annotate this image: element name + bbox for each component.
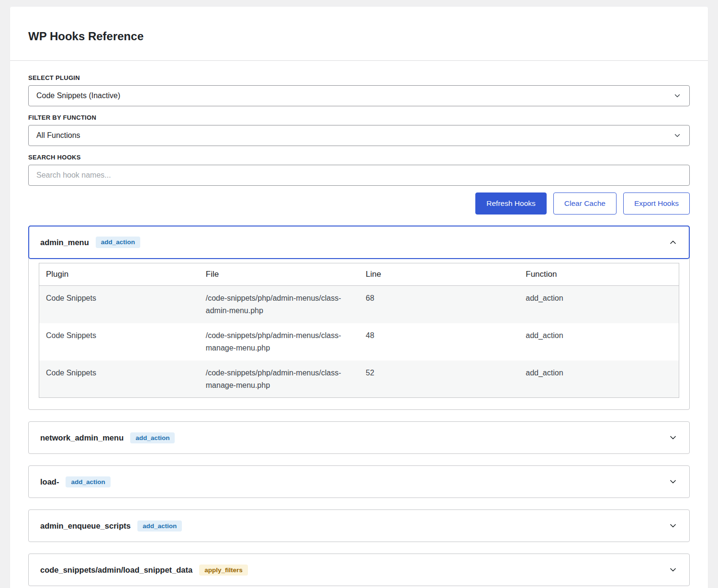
chevron-down-icon	[668, 521, 678, 531]
hook-name: code_snippets/admin/load_snippet_data	[40, 565, 192, 575]
hook-item-load-snippet-data: code_snippets/admin/load_snippet_data ap…	[28, 554, 690, 586]
hook-type-badge: add_action	[130, 432, 175, 444]
hook-item-admin-menu: admin_menu add_action Plugin File Line F…	[28, 226, 690, 410]
hook-type-badge: add_action	[66, 476, 110, 488]
hook-header-load-snippet-data[interactable]: code_snippets/admin/load_snippet_data ap…	[29, 554, 689, 586]
hook-item-load: load- add_action	[28, 465, 690, 498]
hook-name: network_admin_menu	[40, 433, 123, 442]
hook-usage-table: Plugin File Line Function Code Snippets …	[39, 263, 679, 398]
wp-hooks-reference-card: WP Hooks Reference SELECT PLUGIN Code Sn…	[10, 7, 708, 588]
search-hooks-label: SEARCH HOOKS	[28, 154, 690, 161]
cell-function: add_action	[519, 361, 679, 398]
cell-file: /code-snippets/php/admin-menus/class-man…	[199, 323, 359, 361]
chevron-up-icon	[668, 237, 678, 247]
refresh-hooks-button[interactable]: Refresh Hooks	[475, 192, 547, 215]
hook-header-admin-menu[interactable]: admin_menu add_action	[29, 226, 689, 259]
hook-item-admin-enqueue-scripts: admin_enqueue_scripts add_action	[28, 509, 690, 542]
chevron-down-icon	[668, 565, 678, 575]
select-plugin-label: SELECT PLUGIN	[28, 74, 690, 81]
plugin-select-value: Code Snippets (Inactive)	[36, 91, 120, 100]
page-title: WP Hooks Reference	[28, 30, 690, 43]
card-header: WP Hooks Reference	[10, 7, 708, 61]
chevron-down-icon	[673, 131, 682, 140]
column-header-line: Line	[359, 263, 519, 286]
cell-file: /code-snippets/php/admin-menus/class-adm…	[199, 286, 359, 323]
function-filter-value: All Functions	[36, 131, 80, 140]
hook-type-badge: add_action	[137, 520, 182, 532]
hook-name: admin_enqueue_scripts	[40, 521, 131, 531]
chevron-down-icon	[673, 91, 682, 100]
column-header-file: File	[199, 263, 359, 286]
column-header-plugin: Plugin	[39, 263, 199, 286]
hook-type-badge: add_action	[96, 237, 140, 248]
hook-header-admin-enqueue-scripts[interactable]: admin_enqueue_scripts add_action	[29, 510, 689, 542]
hook-type-badge: apply_filters	[199, 565, 248, 576]
search-input[interactable]	[28, 165, 690, 186]
table-row: Code Snippets /code-snippets/php/admin-m…	[39, 286, 679, 323]
cell-line: 48	[359, 323, 519, 361]
hook-details: Plugin File Line Function Code Snippets …	[29, 259, 689, 409]
chevron-down-icon	[668, 477, 678, 486]
hook-header-load[interactable]: load- add_action	[29, 466, 689, 498]
clear-cache-button[interactable]: Clear Cache	[553, 192, 617, 215]
cell-plugin: Code Snippets	[39, 361, 199, 398]
export-hooks-button[interactable]: Export Hooks	[623, 192, 690, 215]
hook-name: load-	[40, 477, 59, 486]
column-header-function: Function	[519, 263, 679, 286]
cell-function: add_action	[519, 286, 679, 323]
card-body: SELECT PLUGIN Code Snippets (Inactive) F…	[10, 61, 708, 588]
cell-function: add_action	[519, 323, 679, 361]
chevron-down-icon	[668, 433, 678, 442]
table-header-row: Plugin File Line Function	[39, 263, 679, 286]
cell-file: /code-snippets/php/admin-menus/class-man…	[199, 361, 359, 398]
cell-plugin: Code Snippets	[39, 286, 199, 323]
cell-plugin: Code Snippets	[39, 323, 199, 361]
filter-function-label: FILTER BY FUNCTION	[28, 114, 690, 121]
hook-item-network-admin-menu: network_admin_menu add_action	[28, 421, 690, 454]
plugin-select[interactable]: Code Snippets (Inactive)	[28, 85, 690, 106]
cell-line: 52	[359, 361, 519, 398]
table-row: Code Snippets /code-snippets/php/admin-m…	[39, 323, 679, 361]
function-filter-select[interactable]: All Functions	[28, 125, 690, 146]
hook-header-network-admin-menu[interactable]: network_admin_menu add_action	[29, 422, 689, 453]
actions-row: Refresh Hooks Clear Cache Export Hooks	[28, 192, 690, 215]
cell-line: 68	[359, 286, 519, 323]
hook-name: admin_menu	[40, 238, 89, 247]
table-row: Code Snippets /code-snippets/php/admin-m…	[39, 361, 679, 398]
